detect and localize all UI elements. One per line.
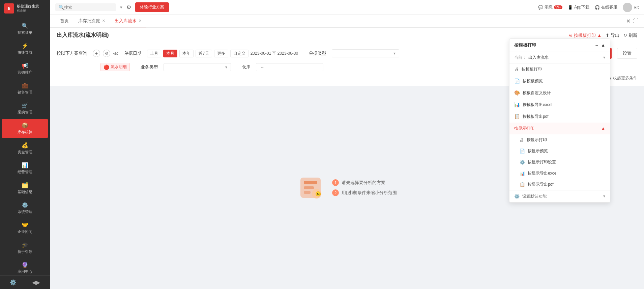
brand-name: 畅捷通好生意: [17, 4, 39, 8]
dropdown-item-template-pdf[interactable]: 📋 按模板导出pdf: [509, 111, 610, 123]
dropdown-sub-display-settings[interactable]: ⚙️ 按显示打印设置: [509, 157, 610, 168]
app-logo-icon: 6: [4, 3, 14, 14]
refresh-icon: ↻: [623, 33, 627, 38]
page-header: 出入库流水(流水明细) 🖨 按模板打印 ▲ ⬆ 导出 ↻ 刷新: [50, 28, 644, 43]
empty-state: 😐 1 请先选择要分析的方案 2 用[过滤]条件来缩小分析范围: [297, 174, 397, 201]
page-title: 出入库流水(流水明细): [57, 32, 109, 39]
marketing-icon: 📢: [22, 62, 28, 69]
filter-add-btn[interactable]: +: [93, 50, 100, 57]
warehouse-dots[interactable]: ···: [261, 65, 264, 70]
topbar-message[interactable]: 💬 消息 99+: [538, 4, 562, 10]
search-input[interactable]: [64, 5, 105, 10]
purchase-icon: 🛒: [22, 102, 28, 109]
tab-batch-account[interactable]: 库存批次账 ✕: [74, 15, 110, 27]
search-menu-label: 搜索菜单: [18, 30, 32, 35]
sidebar-footer-collapse[interactable]: ◀▶: [32, 279, 40, 286]
tab-flow-close[interactable]: ✕: [139, 19, 142, 23]
tab-home-label: 首页: [60, 18, 69, 24]
sidebar-item-app-center[interactable]: 🔮 应用中心: [2, 258, 48, 275]
settings-btn[interactable]: 设置: [617, 48, 637, 59]
dropdown-footer-label: 设置默认功能: [522, 193, 547, 199]
dropdown-sub-printer-icon: 🖨: [520, 137, 524, 142]
sidebar-item-purchase[interactable]: 🛒 采购管理: [2, 99, 48, 118]
dropdown-item-template-print[interactable]: 🖨 按模板打印: [509, 63, 610, 75]
dropdown-item-template-custom[interactable]: 🎨 模板自定义设计: [509, 87, 610, 99]
topbar-dropdown-arrow[interactable]: ▾: [120, 5, 122, 10]
sidebar-item-operations[interactable]: 📊 经营管理: [2, 159, 48, 178]
inventory-label: 库存核算: [18, 130, 32, 135]
message-badge: 99+: [554, 5, 562, 9]
dropdown-section-display-label: 按显示打印: [514, 126, 534, 131]
dropdown-footer-set-default[interactable]: ⚙️ 设置默认功能 ▾: [509, 190, 610, 202]
template-print-btn[interactable]: 🖨 按模板打印 ▲: [568, 32, 602, 38]
dropdown-item-template-excel[interactable]: 📊 按模板导出excel: [509, 99, 610, 111]
sidebar-item-marketing[interactable]: 📢 营销推广: [2, 59, 48, 78]
print-dropdown-panel: 按模板打印 ··· ▲ 当前： 出入库流水 ▾ 🖨 按模板打印: [509, 38, 610, 203]
biz-type-select[interactable]: ▾: [164, 63, 231, 71]
dropdown-section-display[interactable]: 按显示打印 ▲: [509, 123, 610, 134]
sidebar-item-quick-nav[interactable]: ⚡ 快捷导航: [2, 39, 48, 58]
sidebar-item-guide[interactable]: 🎓 新手引导: [2, 238, 48, 258]
sales-icon: 💼: [22, 82, 28, 89]
biz-type-arrow: ▾: [225, 65, 227, 70]
tab-flow[interactable]: 出入库流水 ✕: [110, 15, 146, 27]
sidebar-item-finance[interactable]: 💰 资金管理: [2, 139, 48, 158]
dropdown-sub-settings-icon: ⚙️: [520, 160, 525, 165]
sidebar-item-system[interactable]: ⚙️ 系统管理: [2, 199, 48, 218]
topbar-search-box[interactable]: 🔍: [55, 3, 116, 11]
dropdown-sub-display-excel[interactable]: 📊 按显示导出excel: [509, 168, 610, 179]
doc-type-select[interactable]: ▾: [332, 49, 399, 57]
date-btn-last-7[interactable]: 近7天: [196, 50, 212, 57]
date-btn-last-month[interactable]: 上月: [147, 50, 161, 57]
hint-item-2: 2 用[过滤]条件来缩小分析范围: [332, 189, 397, 196]
date-btn-this-month[interactable]: 本月: [163, 50, 177, 57]
sidebar-item-base-info[interactable]: 🗂️ 基础信息: [2, 179, 48, 198]
topbar-online-service[interactable]: 🎧 在线客服: [595, 4, 617, 10]
tab-maximize-btn[interactable]: ⛶: [633, 18, 639, 24]
date-range-text: 2023-06-01 至 2023-06-30: [251, 51, 298, 56]
filter-collapse-left-btn[interactable]: ≪: [113, 50, 119, 57]
refresh-btn[interactable]: ↻ 刷新: [623, 32, 637, 38]
dropdown-close-icon[interactable]: ▲: [601, 43, 605, 48]
dropdown-sub-display-preview[interactable]: 📄 按显示预览: [509, 146, 610, 157]
topbar-user[interactable]: Rit: [623, 3, 639, 12]
sidebar-item-search-menu[interactable]: 🔍 搜索菜单: [2, 19, 48, 38]
filter-setting-btn[interactable]: ⚙: [103, 50, 110, 57]
dropdown-more-icon[interactable]: ···: [594, 43, 598, 48]
dropdown-item-template-preview[interactable]: 📄 按模板预览: [509, 75, 610, 87]
sidebar-item-inventory[interactable]: 📦 库存核算: [2, 119, 48, 138]
search-menu-icon: 🔍: [22, 23, 28, 29]
operations-icon: 📊: [22, 162, 28, 168]
dropdown-footer-settings-icon: ⚙️: [514, 194, 520, 199]
user-name: Rit: [634, 5, 639, 10]
quick-nav-label: 快捷导航: [18, 50, 32, 55]
tab-home[interactable]: 首页: [55, 15, 74, 27]
base-info-label: 基础信息: [18, 189, 32, 194]
message-label: 消息: [545, 4, 553, 10]
base-info-icon: 🗂️: [22, 182, 28, 188]
date-filter: 上月 本月 本年 近7天 更多 自定义 2023-06-01 至 2023-06…: [147, 50, 298, 57]
finance-icon: 💰: [22, 142, 28, 149]
tab-batch-account-close[interactable]: ✕: [102, 19, 105, 23]
export-btn[interactable]: ⬆ 导出: [606, 32, 619, 38]
sidebar-footer-settings[interactable]: ⚙️: [10, 279, 17, 286]
dropdown-sub-display-pdf[interactable]: 📋 按显示导出pdf: [509, 179, 610, 190]
topbar-gear-icon[interactable]: ⚙: [126, 4, 131, 10]
warehouse-select[interactable]: ···: [256, 63, 323, 71]
industry-btn[interactable]: 体验行业方案: [135, 2, 169, 12]
sidebar-item-cooperation[interactable]: 🤝 企业协同: [2, 218, 48, 238]
collapse-btn[interactable]: ∧ 收起更多条件: [609, 75, 637, 81]
biz-type-label: 业务类型: [141, 64, 158, 70]
dropdown-printer-icon: 🖨: [514, 67, 519, 72]
dropdown-sub-display-print[interactable]: 🖨 按显示打印: [509, 134, 610, 146]
topbar-app-download[interactable]: 📱 App下载: [568, 4, 589, 10]
date-btn-more[interactable]: 更多: [214, 50, 228, 57]
date-btn-custom[interactable]: 自定义: [230, 50, 248, 57]
dropdown-item-label: 按模板预览: [523, 78, 543, 84]
topbar: 🔍 ▾ ⚙ 体验行业方案 💬 消息 99+ 📱 App下载 🎧 在线客服: [50, 0, 644, 15]
date-btn-this-year[interactable]: 本年: [179, 50, 194, 57]
dropdown-item-label: 按模板导出pdf: [523, 114, 549, 120]
sidebar-item-sales[interactable]: 💼 销售管理: [2, 79, 48, 98]
cooperation-label: 企业协同: [18, 229, 32, 234]
tab-close-btn[interactable]: ✕: [626, 18, 631, 24]
